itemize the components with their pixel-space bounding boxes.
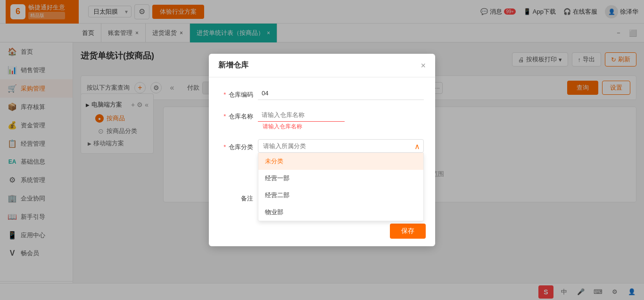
- code-input[interactable]: [258, 87, 424, 100]
- name-error-msg: 请输入仓库名称: [263, 123, 302, 131]
- category-input[interactable]: [258, 139, 424, 153]
- name-required-mark: *: [223, 113, 226, 120]
- modal-header: 新增仓库 ×: [209, 54, 435, 77]
- name-label: * 仓库名称: [220, 108, 258, 121]
- name-form-row: * 仓库名称 请输入仓库名称: [220, 108, 424, 131]
- cat-required-mark: *: [223, 143, 226, 150]
- modal-overlay[interactable]: 新增仓库 × * 仓库编码 * 仓库名称: [0, 0, 644, 300]
- modal-title: 新增仓库: [218, 60, 248, 70]
- category-input-wrapper: ∧ 未分类 经营一部 经营二部 物业部: [258, 139, 424, 153]
- category-label: * 仓库分类: [220, 139, 258, 151]
- dropdown-item-property[interactable]: 物业部: [258, 204, 423, 221]
- code-required-mark: *: [223, 91, 226, 98]
- dropdown-item-dept1[interactable]: 经营一部: [258, 170, 423, 187]
- modal-close-button[interactable]: ×: [421, 61, 426, 70]
- new-warehouse-modal: 新增仓库 × * 仓库编码 * 仓库名称: [209, 54, 435, 246]
- modal-body: * 仓库编码 * 仓库名称 请输入仓库名称: [209, 77, 435, 208]
- category-toggle-icon[interactable]: ∧: [414, 142, 420, 150]
- category-dropdown: 未分类 经营一部 经营二部 物业部: [258, 153, 424, 221]
- modal-save-button[interactable]: 保存: [390, 224, 426, 239]
- code-label: * 仓库编码: [220, 87, 258, 99]
- dropdown-item-uncategorized[interactable]: 未分类: [258, 153, 423, 170]
- note-label: 备注: [220, 191, 258, 203]
- dropdown-item-dept2[interactable]: 经营二部: [258, 187, 423, 204]
- category-form-row: * 仓库分类 ∧ 未分类 经营一部 经营二部: [220, 139, 424, 153]
- name-input[interactable]: [258, 108, 345, 122]
- code-form-row: * 仓库编码: [220, 87, 424, 100]
